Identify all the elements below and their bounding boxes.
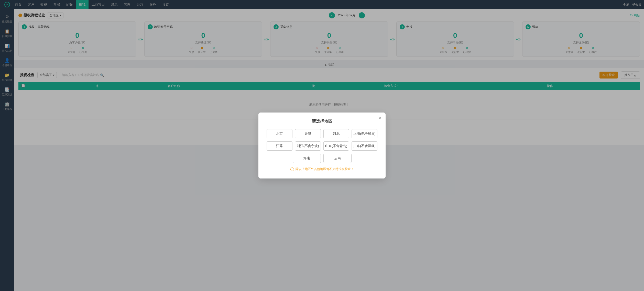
modal-title: 请选择地区 (267, 119, 377, 124)
region-row-2: 江苏浙江(不含宁波)山东(不含青岛)广东(不含深圳) (267, 141, 377, 151)
region-btn-河北[interactable]: 河北 (323, 129, 349, 138)
modal-overlay: × 请选择地区 北京天津河北上海(电子税局) 江苏浙江(不含宁波)山东(不含青岛… (0, 0, 644, 291)
region-btn-天津[interactable]: 天津 (295, 129, 321, 138)
region-btn-北京[interactable]: 北京 (267, 129, 292, 138)
modal-close-btn[interactable]: × (379, 116, 381, 120)
modal-warning: ! 除以上地区外其他地区暂不支持报税检查！ (267, 167, 377, 171)
region-btn-江苏[interactable]: 江苏 (267, 141, 292, 151)
region-btn-山东(不含青岛)[interactable]: 山东(不含青岛) (323, 141, 349, 151)
region-select-modal: × 请选择地区 北京天津河北上海(电子税局) 江苏浙江(不含宁波)山东(不含青岛… (258, 113, 386, 178)
warning-icon: ! (290, 167, 294, 171)
region-btn-上海(电子税局)[interactable]: 上海(电子税局) (352, 129, 377, 138)
region-btn-浙江(不含宁波)[interactable]: 浙江(不含宁波) (295, 141, 321, 151)
region-row-1: 北京天津河北上海(电子税局) (267, 129, 377, 138)
region-btn-云南[interactable]: 云南 (323, 154, 352, 163)
warning-text: 除以上地区外其他地区暂不支持报税检查！ (296, 167, 354, 171)
region-btn-海南[interactable]: 海南 (293, 154, 321, 163)
region-btn-广东(不含深圳)[interactable]: 广东(不含深圳) (352, 141, 377, 151)
region-row-3: 海南云南 (267, 154, 377, 163)
